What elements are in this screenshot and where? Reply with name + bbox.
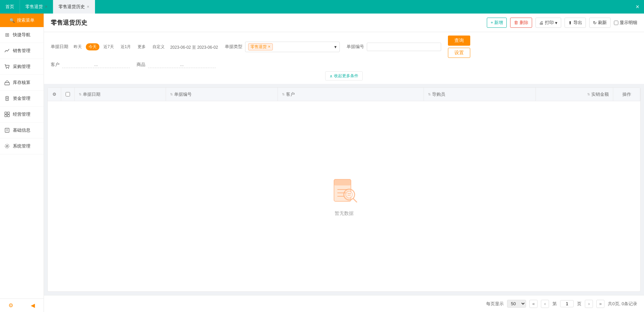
bill-type-select[interactable]: 零售退货 × ▾ [245,42,340,52]
th-date[interactable]: ⇅ 单据日期 [75,88,166,101]
date-btn-1month[interactable]: 近1月 [118,43,134,50]
empty-illustration [329,176,359,206]
new-button[interactable]: + 新增 [487,18,507,28]
sidebar-item-quick-nav[interactable]: ⊞ 快捷导航 [0,27,44,43]
query-button[interactable]: 查询 [448,36,470,46]
page-size-select[interactable]: 10 20 50 100 [507,300,526,308]
date-btn-more[interactable]: 更多 [135,43,148,50]
pagination: 每页显示 10 20 50 100 « ‹ 第 页 › » 共0页, 0条记录 [44,295,644,312]
tab-retail-return-history-close[interactable]: × [87,4,89,9]
sidebar-search-label: 搜索菜单 [17,17,34,23]
svg-point-0 [6,68,7,69]
sidebar-bottom: ⚙ ◀ [0,298,44,312]
sidebar-search[interactable]: 🔍 搜索菜单 [0,14,44,27]
customer-label: 客户 [51,62,59,68]
last-page-btn[interactable]: » [596,300,604,308]
sidebar: 🔍 搜索菜单 ⊞ 快捷导航 销售管理 采购管理 库存核算 [0,14,44,312]
date-btn-yesterday[interactable]: 昨天 [71,43,85,50]
bill-number-input[interactable] [367,43,441,51]
th-checkbox[interactable] [61,88,75,101]
print-icon: 🖨 [539,20,544,25]
bill-number-filter: 单据编号 [347,43,441,51]
page-title: 零售退货历史 [51,19,87,27]
sidebar-item-finance[interactable]: 资金管理 [0,91,44,107]
th-customer[interactable]: ⇅ 客户 [278,88,424,101]
sidebar-item-system[interactable]: 系统管理 [0,138,44,154]
tab-retail-return-close[interactable]: × [45,4,47,9]
close-icon: × [636,3,639,10]
tab-retail-return[interactable]: 零售退货 × [20,0,53,14]
th-amount-label: 实销金额 [591,91,609,97]
setting-button[interactable]: 设置 [448,48,470,58]
basic-info-icon [4,127,10,133]
sidebar-item-purchase[interactable]: 采购管理 [0,59,44,75]
tab-retail-return-label: 零售退货 [25,4,43,10]
th-customer-label: 客户 [286,91,295,97]
svg-point-1 [8,68,9,69]
export-button[interactable]: ⬆ 导出 [565,18,586,28]
next-page-btn[interactable]: › [585,300,593,308]
content-area: 零售退货历史 + 新增 🗑 删除 🖨 打印 ▾ ⬆ 导出 ↻ [44,14,644,312]
date-btn-custom[interactable]: 自定义 [150,43,167,50]
refresh-button[interactable]: ↻ 刷新 [589,18,611,28]
tab-retail-return-history[interactable]: 零售退货历史 × [53,0,95,14]
sidebar-item-basic-info[interactable]: 基础信息 [0,122,44,138]
tab-home[interactable]: 首页 [0,0,20,14]
filter-row-2: 客户 商品 [51,61,637,68]
show-detail-checkbox[interactable] [614,21,618,25]
th-settings[interactable]: ⚙ [48,88,61,101]
th-guide[interactable]: ⇅ 导购员 [424,88,536,101]
sidebar-collapse-btn[interactable]: ◀ [22,299,44,312]
goods-filter: 商品 [137,61,216,68]
bill-type-tag: 零售退货 × [248,43,273,50]
date-filter: 单据日期 昨天 今天 近7天 近1月 更多 自定义 2023-06-02 至 2… [51,43,218,50]
settings-icon: ⚙ [8,302,13,309]
customer-filter: 客户 [51,61,130,68]
sidebar-item-inventory[interactable]: 库存核算 [0,75,44,91]
operations-icon [4,111,10,117]
th-bill-num[interactable]: ⇅ 单据编号 [166,88,278,101]
goods-input[interactable] [148,61,216,68]
date-btn-7days[interactable]: 近7天 [101,43,117,50]
finance-icon [4,95,10,102]
total-info: 共0页, 0条记录 [608,301,637,307]
bill-type-filter: 单据类型 零售退货 × ▾ [225,42,340,52]
svg-point-13 [6,146,8,147]
th-date-sort-icon: ⇅ [79,92,81,96]
th-customer-sort-icon: ⇅ [282,92,285,96]
sidebar-item-quick-nav-label: 快捷导航 [13,32,30,38]
topbar-close-btn[interactable]: × [631,0,644,14]
system-icon [4,143,10,149]
tab-home-label: 首页 [5,4,14,10]
sidebar-item-basic-info-label: 基础信息 [13,127,30,133]
table-body: 暂无数据 [48,101,640,291]
header-checkbox[interactable] [66,92,70,96]
date-filter-label: 单据日期 [51,44,68,50]
date-filter-btns: 昨天 今天 近7天 近1月 更多 自定义 [71,43,167,50]
first-page-btn[interactable]: « [529,300,538,308]
customer-input[interactable] [62,61,130,68]
goods-label: 商品 [137,62,145,68]
show-detail-checkbox-label[interactable]: 显示明细 [614,20,637,26]
date-btn-today[interactable]: 今天 [86,43,99,50]
table-header: ⚙ ⇅ 单据日期 ⇅ 单据编号 ⇅ 客户 ⇅ [48,88,640,101]
bill-type-tag-close-btn[interactable]: × [268,44,270,49]
sidebar-item-sales[interactable]: 销售管理 [0,43,44,59]
delete-button[interactable]: 🗑 删除 [510,18,532,28]
th-amount-sort-icon: ⇅ [587,92,590,96]
collapse-btn[interactable]: ∧ 收起更多条件 [325,71,363,81]
sidebar-item-finance-label: 资金管理 [13,95,30,102]
collapse-up-icon: ∧ [330,74,333,79]
quick-nav-icon: ⊞ [4,32,10,38]
print-button[interactable]: 🖨 打印 ▾ [535,18,561,28]
bill-number-label: 单据编号 [347,44,364,50]
filter-section: 单据日期 昨天 今天 近7天 近1月 更多 自定义 2023-06-02 至 2… [44,32,644,84]
page-unit: 页 [577,301,581,307]
sidebar-item-operations[interactable]: 经营管理 [0,107,44,122]
page-number-input[interactable] [560,300,574,307]
prev-page-btn[interactable]: ‹ [541,300,549,308]
th-guide-label: 导购员 [432,91,445,97]
th-amount[interactable]: ⇅ 实销金额 [536,88,613,101]
sidebar-settings-btn[interactable]: ⚙ [0,299,22,312]
sidebar-item-purchase-label: 采购管理 [13,64,30,70]
